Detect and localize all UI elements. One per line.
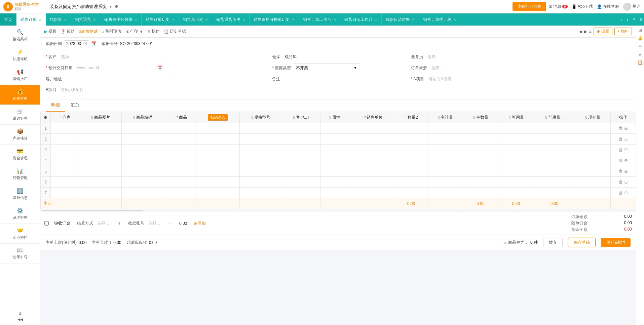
row-3-spec[interactable] xyxy=(240,145,282,155)
account-select[interactable]: 选择... xyxy=(146,219,166,228)
account-more-icon[interactable]: ··· xyxy=(169,221,173,226)
date-value[interactable]: 2023-03-24 xyxy=(64,40,89,47)
toolbar-settings-btn[interactable]: ⚙ 设置 xyxy=(594,28,612,35)
tab-close-icon[interactable]: ✕ xyxy=(412,18,415,22)
row-3-available2[interactable] xyxy=(534,145,575,155)
tab-close-icon[interactable]: ✕ xyxy=(93,18,96,22)
b-project-input[interactable]: 请输入B项目 xyxy=(59,86,180,94)
col-header-spec[interactable]: ⇅ 规格型号 xyxy=(240,112,282,123)
col-header-gear[interactable]: ⚙ xyxy=(41,112,51,123)
col-header-attribute[interactable]: ⇅ 属性 xyxy=(320,112,349,123)
row-3-available[interactable] xyxy=(498,145,534,155)
tab-close-icon[interactable]: ✕ xyxy=(64,18,67,22)
row-2-unit[interactable] xyxy=(349,134,395,145)
app-download-btn[interactable]: 📱 App下载 xyxy=(572,4,593,9)
toolbar-add-material-btn[interactable]: + 物料 xyxy=(614,28,632,35)
save-draft-btn[interactable]: 保存草稿 xyxy=(568,238,596,247)
tab-menu-icon[interactable]: ≡ xyxy=(638,17,644,22)
a-project-input[interactable]: 请输入A项目 xyxy=(426,75,631,83)
row-2-attribute[interactable] xyxy=(320,134,349,145)
row-2-customer-code[interactable] xyxy=(282,134,320,145)
toolbar-history-btn[interactable]: 📋 历史单据 xyxy=(164,29,186,34)
row-3-code[interactable] xyxy=(121,145,164,155)
row-2-qty2[interactable] xyxy=(395,134,427,145)
sidebar-item-marketing[interactable]: 📢 营销推广 xyxy=(0,65,40,85)
row-3-attribute[interactable] xyxy=(320,145,349,155)
tab-close-icon[interactable]: ✕ xyxy=(292,18,295,22)
row-2-warehouse[interactable] xyxy=(51,134,79,145)
one-click-payment-checkbox[interactable] xyxy=(44,221,49,226)
remark-input[interactable] xyxy=(282,75,349,83)
tab-sales-expense-history[interactable]: 销售费用分摊单历史 ✕ xyxy=(250,13,299,26)
tab-close-icon[interactable]: ✕ xyxy=(135,18,137,22)
toolbar-print-btn[interactable]: 🖨 打印 ▼ xyxy=(125,29,143,34)
sidebar-item-sales[interactable]: 💰 销售管理 xyxy=(0,85,40,105)
row-2-main-qty[interactable] xyxy=(463,134,498,145)
scroll-thumb[interactable] xyxy=(42,210,143,211)
row-2-scan[interactable] xyxy=(196,134,240,145)
row-3-main-unit[interactable] xyxy=(427,145,463,155)
row-2-image[interactable] xyxy=(79,134,122,145)
right-sidebar-grid-icon[interactable]: ⊞ xyxy=(637,27,644,34)
col-header-current[interactable]: ⇅ 现存量 xyxy=(575,112,610,123)
toolbar-next-icon[interactable]: ▶ xyxy=(584,29,587,34)
tab-sales-order-history[interactable]: 销售订单历史 ✕ xyxy=(142,13,179,26)
tab-prev-icon[interactable]: ‹ xyxy=(619,17,625,22)
sidebar-item-search[interactable]: 🔍 搜索菜单 xyxy=(0,26,40,45)
toolbar-operation-btn[interactable]: ⊕ 操作 xyxy=(147,29,160,34)
row-3-delete-icon[interactable]: 🗑 xyxy=(618,147,623,152)
tab-close-icon[interactable]: ✕ xyxy=(453,18,456,22)
tab-summary[interactable]: 汇总 xyxy=(65,99,85,112)
toolbar-profit-btn[interactable]: ○ 毛利预估 xyxy=(102,29,121,34)
tab-sales-return-history[interactable]: 销货退货历史 ✕ xyxy=(212,13,250,26)
customer-input[interactable]: 选择... xyxy=(59,53,159,61)
save-new-btn[interactable]: 保存&新增 xyxy=(601,238,631,247)
order-source-more-icon[interactable]: ··· xyxy=(627,66,631,70)
sidebar-item-guide[interactable]: 📖 新手引导 xyxy=(0,244,40,263)
tab-sales-invoice[interactable]: 销货单 ✕ xyxy=(46,13,71,26)
row-3-product[interactable] xyxy=(164,145,196,155)
row-3-warehouse[interactable] xyxy=(51,145,79,155)
col-header-customer-code[interactable]: ⇅ 客户... ℹ xyxy=(282,112,320,123)
row-5-delete-icon[interactable]: 🗑 xyxy=(618,169,623,174)
add-payment-btn[interactable]: ⊕ 添加 xyxy=(194,220,206,226)
payment-method-select[interactable]: 选择... xyxy=(95,219,115,228)
tab-detail[interactable]: 明细 xyxy=(46,99,65,112)
row-3-qty2[interactable] xyxy=(395,145,427,155)
col-header-warehouse[interactable]: ⇅ 仓库 xyxy=(51,112,79,123)
row-1-warehouse[interactable] xyxy=(51,123,79,134)
message-btn[interactable]: ✉ 消息 9 xyxy=(549,4,568,9)
right-sidebar-bell-icon[interactable]: 🔔 xyxy=(637,35,644,42)
scan-btn[interactable]: 扫码录入 xyxy=(208,114,228,121)
row-1-attribute[interactable] xyxy=(320,123,349,134)
toolbar-help-btn[interactable]: ❓ 帮助 xyxy=(61,29,75,34)
row-2-current[interactable] xyxy=(575,134,610,145)
toolbar-prev-icon[interactable]: ◀ xyxy=(579,29,582,34)
row-3-customer-code[interactable] xyxy=(282,145,320,155)
row-4-copy-icon[interactable]: ⊕ xyxy=(624,158,628,163)
toolbar-list-view-icon[interactable]: ≡ xyxy=(589,29,592,34)
row-1-customer-code[interactable] xyxy=(282,123,320,134)
sidebar-item-purchase[interactable]: 🛒 采购管理 xyxy=(0,105,40,125)
row-1-main-unit[interactable] xyxy=(427,123,463,134)
row-4-warehouse[interactable] xyxy=(51,155,79,166)
tab-sales-expense[interactable]: 销售费用分摊单 ✕ xyxy=(100,13,142,26)
tab-close-icon[interactable]: ✕ xyxy=(375,18,377,22)
right-sidebar-edit-icon[interactable]: ✏ xyxy=(637,43,644,50)
row-6-copy-icon[interactable]: ⊕ xyxy=(624,179,628,185)
row-2-code[interactable] xyxy=(121,134,164,145)
tab-close-icon[interactable]: ✕ xyxy=(333,18,336,22)
col-header-qty2[interactable]: ⇅ 数量2 xyxy=(395,112,427,123)
row-2-copy-icon[interactable]: ⊕ xyxy=(624,136,628,141)
col-header-code[interactable]: ⇅ 商品编码 xyxy=(121,112,164,123)
tab-close-icon[interactable]: ✕ xyxy=(205,18,208,22)
col-header-unit[interactable]: ⇅ *销售单位 xyxy=(349,112,395,123)
row-1-copy-icon[interactable]: ⊕ xyxy=(624,126,628,131)
row-4-delete-icon[interactable]: 🗑 xyxy=(618,158,623,163)
col-header-main-unit[interactable]: ⇅ 主计量 xyxy=(427,112,463,123)
sidebar-item-enterprise[interactable]: 🤝 企业协同 xyxy=(0,224,40,244)
row-1-available2[interactable] xyxy=(534,123,575,134)
row-3-unit[interactable] xyxy=(349,145,395,155)
tab-close-icon[interactable]: ✕ xyxy=(172,18,175,22)
sidebar-item-system[interactable]: ⚙️ 系统管理 xyxy=(0,204,40,224)
